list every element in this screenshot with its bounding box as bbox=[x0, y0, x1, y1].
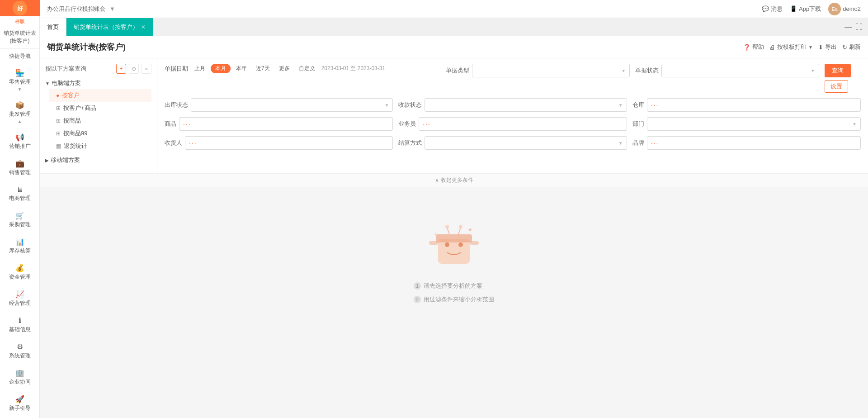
collapse-bar-label: 收起更多条件 bbox=[441, 176, 473, 184]
svg-text:好: 好 bbox=[16, 5, 23, 12]
settlement-input[interactable]: ▼ bbox=[425, 136, 627, 150]
sidebar-item-ecommerce[interactable]: 🖥 电商管理 bbox=[0, 181, 39, 207]
inventory-icon: 📊 bbox=[15, 238, 24, 246]
return-stat-icon: ▦ bbox=[56, 143, 61, 149]
sidebar-item-retail[interactable]: 🏪 零售管理 ▼ bbox=[0, 64, 39, 96]
sidebar-item-inventory[interactable]: 📊 库存核算 bbox=[0, 233, 39, 259]
settings-button[interactable]: 设置 bbox=[825, 80, 848, 93]
filter-tree: ▼ 电脑端方案 ● 按客户 ⊞ 按客户+商品 bbox=[45, 77, 151, 166]
filter-add-btn[interactable]: + bbox=[116, 64, 126, 74]
tab-close-btn[interactable]: ✕ bbox=[141, 24, 146, 30]
consignee-input[interactable]: ··· bbox=[185, 136, 393, 150]
sidebar-item-newbie[interactable]: 🚀 新手引导 bbox=[0, 390, 39, 417]
sidebar-item-finance[interactable]: 💰 资金管理 bbox=[0, 259, 39, 285]
filter-goods-field: 商品 ··· bbox=[165, 117, 393, 131]
print-btn[interactable]: 🖨 按模板打印 ▼ bbox=[769, 43, 813, 51]
tree-group-mobile: ▶ 移动端方案 bbox=[45, 154, 151, 166]
svg-point-4 bbox=[445, 242, 449, 247]
sidebar-item-enterprise[interactable]: 🏢 企业协同 bbox=[0, 364, 39, 390]
doc-type-input[interactable]: ▼ bbox=[472, 64, 630, 77]
sidebar-item-basic-info[interactable]: ℹ 基础信息 bbox=[0, 312, 39, 338]
sidebar-item-operations[interactable]: 📈 经营管理 bbox=[0, 285, 39, 312]
date-tab-custom[interactable]: 自定义 bbox=[295, 64, 319, 73]
filter-collapse-btn[interactable]: « bbox=[142, 64, 151, 74]
search-menu-item[interactable]: 销货单统计表(按客户) bbox=[0, 26, 39, 49]
collection-status-input[interactable]: ▼ bbox=[425, 98, 627, 112]
salesperson-label: 业务员 bbox=[398, 120, 416, 128]
sidebar-item-purchase[interactable]: 🛒 采购管理 bbox=[0, 207, 39, 233]
export-btn[interactable]: ⬇ 导出 bbox=[818, 43, 837, 51]
by-customer-icon: ● bbox=[56, 92, 59, 99]
department-input[interactable]: ▼ bbox=[647, 117, 861, 131]
filter-brand-field: 品牌 ··· bbox=[632, 136, 861, 150]
svg-rect-11 bbox=[470, 241, 479, 245]
tab-home-label: 首页 bbox=[47, 23, 59, 31]
user-name: demo2 bbox=[843, 5, 861, 12]
collection-status-label: 收款状态 bbox=[398, 101, 422, 109]
print-arrow: ▼ bbox=[808, 45, 813, 50]
sidebar-item-system[interactable]: ⚙ 系统管理 bbox=[0, 338, 39, 364]
tree-mobile-header[interactable]: ▶ 移动端方案 bbox=[45, 154, 151, 166]
retail-icon: 🏪 bbox=[15, 69, 24, 77]
salesperson-input[interactable]: ··· bbox=[419, 117, 627, 131]
quick-nav-item[interactable]: 快捷导航 bbox=[0, 49, 39, 64]
date-tab-more[interactable]: 更多 bbox=[275, 64, 293, 73]
svg-point-9 bbox=[459, 225, 462, 228]
goods-input[interactable]: ··· bbox=[179, 117, 393, 131]
tab-minimize-btn[interactable]: — bbox=[844, 23, 852, 31]
out-status-input[interactable]: ▼ bbox=[191, 98, 393, 112]
by-goods-label: 按商品 bbox=[63, 117, 81, 125]
tab-home[interactable]: 首页 bbox=[40, 18, 66, 36]
date-tab-this-year[interactable]: 本年 bbox=[232, 64, 250, 73]
help-icon: ❓ bbox=[743, 44, 750, 51]
sidebar-item-operations-label: 经营管理 bbox=[9, 299, 31, 307]
date-tab-this-month[interactable]: 本月 bbox=[211, 64, 231, 73]
app-download-btn[interactable]: 📱 App下载 bbox=[790, 5, 821, 13]
filter-row-4: 收货人 ··· 结算方式 ▼ 品牌 bbox=[165, 136, 861, 150]
sidebar-item-finance-label: 资金管理 bbox=[9, 273, 31, 281]
sidebar-item-marketing[interactable]: 📢 营销推广 bbox=[0, 128, 39, 155]
tree-item-by-goods[interactable]: ⊞ 按商品 bbox=[49, 114, 151, 127]
tree-mobile-arrow: ▶ bbox=[45, 158, 49, 163]
header-dropdown-arrow[interactable]: ▼ bbox=[109, 5, 115, 12]
sidebar-item-ecommerce-label: 电商管理 bbox=[9, 195, 31, 202]
tree-item-by-customer-goods[interactable]: ⊞ 按客户+商品 bbox=[49, 102, 151, 114]
by-goods-icon: ⊞ bbox=[56, 118, 61, 124]
tab-sales-stat[interactable]: 销货单统计表（按客户） ✕ bbox=[66, 18, 153, 36]
empty-tips: 1 请先选择要分析的方案 2 用过滤条件来缩小分析范围 bbox=[414, 280, 494, 305]
query-button[interactable]: 查询 bbox=[825, 64, 851, 77]
help-btn[interactable]: ❓ 帮助 bbox=[743, 43, 764, 51]
sidebar-item-wholesale[interactable]: 📦 批发管理 ▲ bbox=[0, 96, 39, 128]
empty-svg: ✦ ✦ bbox=[425, 214, 483, 273]
tab-maximize-btn[interactable]: ⛶ bbox=[855, 23, 863, 31]
date-tab-last-month[interactable]: 上月 bbox=[191, 64, 209, 73]
sidebar-item-sales[interactable]: 💼 销售管理 bbox=[0, 155, 39, 181]
header: 办公用品行业模拟账套 ▼ 💬 消息 📱 App下载 Ea demo2 bbox=[40, 0, 868, 18]
tree-pc-label: 电脑端方案 bbox=[52, 79, 81, 87]
doc-type-arrow: ▼ bbox=[621, 68, 626, 73]
filter-row-2: 出库状态 ▼ 收款状态 ▼ 仓库 bbox=[165, 98, 861, 112]
collapse-bar[interactable]: ∧ 收起更多条件 bbox=[40, 173, 868, 187]
refresh-btn[interactable]: ↻ 刷新 bbox=[842, 43, 861, 51]
purchase-icon: 🛒 bbox=[15, 211, 24, 220]
header-page-title: 办公用品行业模拟账套 bbox=[47, 5, 106, 13]
doc-status-input[interactable]: ▼ bbox=[661, 64, 819, 77]
warehouse-input[interactable]: ··· bbox=[647, 98, 861, 112]
refresh-label: 刷新 bbox=[849, 43, 861, 51]
date-tab-last-7-days[interactable]: 近7天 bbox=[252, 64, 274, 73]
filter-out-status-field: 出库状态 ▼ bbox=[165, 98, 393, 112]
filter-doc-type-field: 单据类型 ▼ bbox=[446, 64, 630, 77]
filter-edit-btn[interactable]: ⊙ bbox=[129, 64, 139, 74]
tree-item-by-customer[interactable]: ● 按客户 bbox=[49, 89, 151, 102]
sidebar-item-marketing-label: 营销推广 bbox=[9, 142, 31, 150]
message-btn[interactable]: 💬 消息 bbox=[762, 5, 783, 13]
brand-input[interactable]: ··· bbox=[647, 136, 861, 150]
wholesale-icon: 📦 bbox=[15, 101, 24, 109]
collection-status-arrow: ▼ bbox=[618, 103, 623, 108]
tree-item-return-stat[interactable]: ▦ 退货统计 bbox=[49, 140, 151, 152]
tree-group-pc: ▼ 电脑端方案 ● 按客户 ⊞ 按客户+商品 bbox=[45, 77, 151, 152]
sidebar-item-newbie-label: 新手引导 bbox=[9, 404, 31, 412]
tree-pc-header[interactable]: ▼ 电脑端方案 bbox=[45, 77, 151, 89]
user-info[interactable]: Ea demo2 bbox=[828, 3, 861, 15]
tree-item-by-goods-99[interactable]: ⊞ 按商品99 bbox=[49, 127, 151, 140]
